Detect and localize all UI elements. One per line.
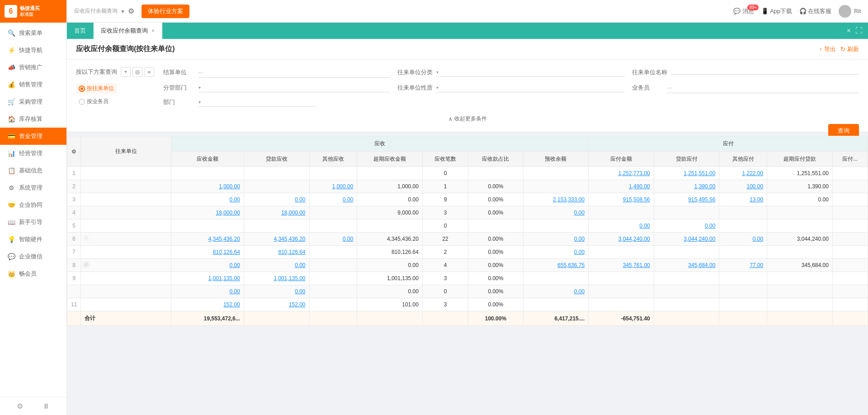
tab-ar-query[interactable]: 应收应付余额查询 × bbox=[94, 23, 162, 39]
cell-link[interactable]: 0.00 bbox=[574, 288, 585, 295]
cell-link[interactable]: 0.00 bbox=[639, 223, 650, 229]
cell-link[interactable]: 0.00 bbox=[295, 288, 305, 295]
total-ar-overdue bbox=[357, 311, 423, 326]
cell-link[interactable]: 0.00 bbox=[230, 196, 240, 203]
cell-link[interactable]: 3,044,240.00 bbox=[618, 236, 650, 242]
input-dept-head[interactable]: ▾ bbox=[198, 83, 390, 92]
cell-link[interactable]: 3,044,240.00 bbox=[684, 236, 715, 242]
cell-ar-ratio: 0.00% bbox=[468, 272, 523, 285]
sidebar-item-14[interactable]: 👑畅会员 bbox=[0, 265, 66, 282]
sidebar-item-11[interactable]: 📖新手引导 bbox=[0, 214, 66, 231]
cell-ap-overdue bbox=[767, 285, 833, 298]
sidebar-item-10[interactable]: 🤝企业协同 bbox=[0, 196, 66, 214]
sidebar-settings-icon[interactable]: ⚙ bbox=[17, 402, 23, 410]
scheme-edit-icon[interactable]: ◎ bbox=[132, 67, 142, 77]
tab-home[interactable]: 首页 bbox=[67, 23, 94, 39]
header-gear-icon[interactable]: ⚙ bbox=[128, 7, 134, 15]
sidebar-item-8[interactable]: 📋基础信息 bbox=[0, 162, 66, 179]
app-download-button[interactable]: 📱 App下载 bbox=[761, 7, 792, 15]
sidebar-menu: 🔍搜索菜单⚡快捷导航📣营销推广💰销售管理🛒采购管理🏠库存核算💳资金管理📊经营管理… bbox=[0, 23, 66, 397]
sidebar-item-4[interactable]: 🛒采购管理 bbox=[0, 93, 66, 110]
cell-link[interactable]: 0.00 bbox=[705, 223, 715, 229]
cell-link[interactable]: 0.00 bbox=[295, 196, 305, 203]
cell-link[interactable]: 4,345,436.20 bbox=[208, 236, 240, 242]
input-partner-type[interactable]: ▾ bbox=[436, 83, 624, 92]
cell-link[interactable]: 77.00 bbox=[750, 262, 763, 268]
cell-link[interactable]: 1,252,773.00 bbox=[618, 170, 650, 176]
cell-link[interactable]: 1,390.00 bbox=[694, 183, 716, 190]
sidebar-item-0[interactable]: 🔍搜索菜单 bbox=[0, 24, 66, 42]
online-service-button[interactable]: 🎧 在线客服 bbox=[799, 7, 831, 15]
cell-link[interactable]: 1,001,135.00 bbox=[274, 275, 305, 281]
sidebar-item-7[interactable]: 📊经营管理 bbox=[0, 145, 66, 162]
tab-fullscreen-icon[interactable]: ⛶ bbox=[855, 27, 863, 35]
cell-link[interactable]: 345,684.00 bbox=[688, 262, 715, 268]
table-row: 6 ^ 4,345,436.20 4,345,436.20 0.00 4,345… bbox=[67, 233, 868, 246]
scheme-add-icon[interactable]: + bbox=[121, 67, 131, 77]
cell-link[interactable]: 915,508.56 bbox=[623, 196, 650, 203]
sidebar-label-6: 资金管理 bbox=[19, 132, 42, 140]
message-button[interactable]: 💬 消息 99+ bbox=[733, 7, 754, 15]
cell-link[interactable]: 152.00 bbox=[289, 301, 306, 308]
input-dept[interactable]: ▾ bbox=[198, 98, 317, 107]
tab-close-window-icon[interactable]: × bbox=[847, 27, 851, 35]
cell-link[interactable]: 810,126.64 bbox=[213, 249, 240, 255]
cell-link[interactable]: 4,345,436.20 bbox=[274, 236, 305, 242]
cell-link[interactable]: 0.00 bbox=[753, 236, 763, 242]
option-by-partner[interactable]: 按往来单位 bbox=[76, 83, 117, 94]
cell-link[interactable]: 18,000.00 bbox=[216, 210, 240, 216]
header-dropdown-icon[interactable]: ▾ bbox=[121, 8, 124, 15]
option-by-salesman[interactable]: 按业务员 bbox=[76, 96, 111, 107]
cell-link[interactable]: 0.00 bbox=[230, 288, 240, 295]
cell-link[interactable]: 1,490.00 bbox=[629, 183, 650, 190]
cell-link[interactable]: 0.00 bbox=[343, 196, 353, 203]
cell-link[interactable]: 1,000.00 bbox=[332, 183, 354, 190]
input-partner-cat[interactable]: ▾ bbox=[436, 68, 624, 77]
cell-link[interactable]: 152.00 bbox=[223, 301, 240, 308]
cell-link[interactable]: 915,495.56 bbox=[688, 196, 715, 203]
input-partner-name[interactable] bbox=[671, 71, 859, 75]
cell-link[interactable]: 18,000.00 bbox=[281, 210, 305, 216]
filter-scheme-row: 按以下方案查询 + ◎ « bbox=[76, 67, 154, 77]
sidebar-item-13[interactable]: 💬企业微信 bbox=[0, 248, 66, 265]
cell-link[interactable]: 0.00 bbox=[574, 236, 585, 242]
cell-link[interactable]: 1,251,551.00 bbox=[684, 170, 715, 176]
cell-ar-amount bbox=[171, 219, 244, 233]
sidebar-item-2[interactable]: 📣营销推广 bbox=[0, 59, 66, 76]
sidebar-item-5[interactable]: 🏠库存核算 bbox=[0, 110, 66, 128]
sidebar-item-1[interactable]: ⚡快捷导航 bbox=[0, 42, 66, 59]
tab-close-icon[interactable]: × bbox=[151, 28, 155, 34]
promo-button[interactable]: 体验行业方案 bbox=[142, 5, 189, 18]
refresh-button[interactable]: ↻ 刷新 bbox=[840, 45, 859, 53]
sidebar-icon-3: 💰 bbox=[7, 81, 15, 88]
sidebar-item-9[interactable]: ⚙系统管理 bbox=[0, 179, 66, 196]
input-settlement[interactable]: ··· bbox=[198, 67, 390, 78]
table-config-icon[interactable]: ⚙ bbox=[71, 148, 76, 155]
cell-link[interactable]: 0.00 bbox=[574, 249, 585, 255]
export-button[interactable]: ↑ 导出 bbox=[820, 45, 836, 53]
cell-link[interactable]: 1,001,135.00 bbox=[208, 275, 240, 281]
scheme-back-icon[interactable]: « bbox=[144, 67, 154, 77]
cell-ap-other: 77.00 bbox=[719, 259, 767, 272]
collapse-button[interactable]: ∧ 收起更多条件 bbox=[76, 113, 859, 124]
cell-index: 4 bbox=[67, 206, 81, 219]
cell-link[interactable]: 2,153,333.00 bbox=[553, 196, 585, 203]
input-salesman[interactable]: ··· bbox=[667, 82, 859, 93]
cell-link[interactable]: 655,636.75 bbox=[557, 262, 585, 268]
cell-link[interactable]: 0.00 bbox=[574, 210, 585, 216]
sidebar-item-3[interactable]: 💰销售管理 bbox=[0, 76, 66, 93]
cell-link[interactable]: 1,000.00 bbox=[219, 183, 240, 190]
cell-link[interactable]: 345,761.00 bbox=[623, 262, 650, 268]
sidebar-item-6[interactable]: 💳资金管理 bbox=[0, 128, 66, 145]
col-ar-count: 应收笔数 bbox=[422, 152, 468, 167]
cell-link[interactable]: 810,126.64 bbox=[278, 249, 305, 255]
cell-link[interactable]: 100.00 bbox=[747, 183, 764, 190]
sidebar-item-12[interactable]: 💡智能硬件 bbox=[0, 231, 66, 248]
cell-link[interactable]: 0.00 bbox=[295, 262, 305, 268]
cell-link[interactable]: 13.00 bbox=[750, 196, 763, 203]
cell-ap-overdue bbox=[767, 272, 833, 285]
cell-link[interactable]: 0.00 bbox=[343, 236, 353, 242]
sidebar-collapse-icon[interactable]: ⏸ bbox=[42, 402, 50, 410]
cell-link[interactable]: 0.00 bbox=[230, 262, 240, 268]
cell-link[interactable]: 1,222.00 bbox=[742, 170, 764, 176]
